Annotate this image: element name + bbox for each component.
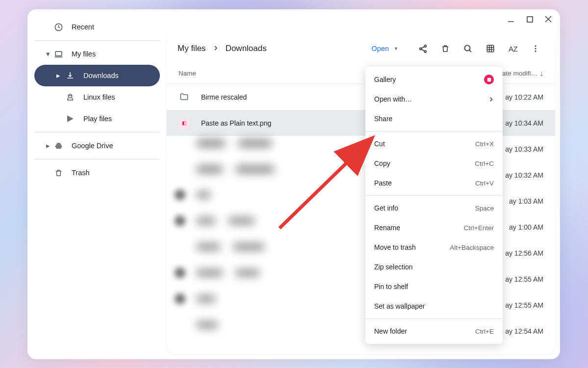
file-type-icon (179, 248, 189, 259)
sidebar-item-linux[interactable]: Linux files (34, 86, 160, 108)
sidebar-item-label: Recent (72, 23, 94, 31)
view-grid-button[interactable] (481, 39, 500, 58)
menu-gallery[interactable]: Gallery (365, 70, 503, 89)
chevron-down-icon: ▾ (44, 50, 52, 58)
svg-line-13 (421, 46, 424, 48)
menu-zip[interactable]: Zip selection (365, 257, 503, 277)
sidebar-item-myfiles[interactable]: ▾ My files (34, 43, 160, 65)
chevron-right-icon: ▸ (44, 142, 52, 150)
svg-rect-17 (487, 45, 494, 52)
sort-down-icon: ↓ (539, 69, 543, 78)
breadcrumb-root[interactable]: My files (178, 44, 206, 53)
svg-point-22 (535, 45, 537, 47)
svg-point-23 (535, 48, 537, 50)
sidebar-item-label: Trash (72, 169, 90, 177)
share-button[interactable] (413, 39, 433, 58)
more-button[interactable] (526, 39, 545, 58)
file-type-icon: ◧ (179, 118, 189, 129)
svg-point-15 (464, 45, 470, 51)
search-button[interactable] (458, 39, 478, 58)
sidebar-item-recent[interactable]: Recent (34, 16, 160, 38)
svg-point-7 (68, 94, 72, 98)
sidebar-item-label: Play files (83, 115, 112, 123)
trash-icon (53, 169, 64, 177)
svg-point-8 (69, 95, 70, 96)
sort-button[interactable]: AZ (503, 39, 523, 58)
sidebar-item-label: Downloads (83, 72, 119, 79)
menu-pin[interactable]: Pin to shelf (365, 277, 503, 296)
menu-open-with[interactable]: Open with… (365, 89, 503, 109)
sidebar-item-label: Google Drive (72, 142, 113, 150)
file-type-icon (179, 326, 189, 337)
laptop-icon (53, 50, 64, 59)
sidebar-item-trash[interactable]: Trash (34, 162, 160, 184)
chevron-right-icon (488, 97, 494, 102)
drive-icon (53, 142, 64, 150)
menu-trash[interactable]: Move to trash Alt+Backspace (365, 237, 503, 257)
dropdown-icon: ▼ (394, 46, 398, 51)
file-type-icon (179, 144, 189, 155)
menu-wallpaper[interactable]: Set as wallpaper (365, 296, 503, 316)
open-label: Open (372, 45, 389, 53)
clock-icon (53, 23, 64, 32)
menu-newfolder[interactable]: New folder Ctrl+E (365, 321, 503, 341)
menu-rename[interactable]: Rename Ctrl+Enter (365, 218, 503, 237)
breadcrumb-current: Downloads (226, 44, 267, 53)
open-button[interactable]: Open ▼ (372, 45, 398, 53)
close-button[interactable] (543, 14, 553, 24)
minimize-button[interactable] (506, 14, 516, 24)
sidebar-item-downloads[interactable]: ▸ Downloads (34, 65, 160, 86)
sidebar-item-drive[interactable]: ▸ Google Drive (34, 135, 160, 157)
menu-cut[interactable]: Cut Ctrl+X (365, 134, 503, 154)
file-type-icon (179, 170, 189, 181)
svg-rect-1 (527, 17, 533, 22)
file-type-icon (179, 92, 189, 103)
menu-getinfo[interactable]: Get info Space (365, 198, 503, 218)
delete-button[interactable] (435, 39, 455, 58)
chevron-right-icon (213, 44, 219, 53)
toolbar: My files Downloads Open ▼ (167, 34, 555, 63)
svg-line-16 (469, 50, 471, 52)
svg-rect-5 (55, 51, 62, 55)
download-icon (65, 71, 76, 80)
sidebar-item-play[interactable]: Play files (34, 108, 160, 130)
maximize-button[interactable] (525, 14, 535, 24)
sidebar-item-label: Linux files (83, 93, 115, 101)
window-controls (506, 14, 553, 24)
svg-point-24 (535, 51, 537, 52)
svg-line-14 (421, 49, 424, 51)
breadcrumb: My files Downloads (178, 44, 267, 53)
context-menu: Gallery Open with… Share Cut Ctrl+X Copy… (365, 67, 503, 344)
svg-point-9 (71, 95, 71, 96)
sidebar-item-label: My files (72, 50, 96, 58)
play-icon (65, 114, 76, 123)
chevron-right-icon: ▸ (53, 72, 64, 79)
gallery-icon (484, 75, 494, 84)
linux-icon (65, 93, 76, 102)
sidebar: Recent ▾ My files ▸ Downloads (27, 9, 167, 359)
menu-share[interactable]: Share (365, 109, 503, 129)
menu-copy[interactable]: Copy Ctrl+C (365, 154, 503, 173)
svg-rect-25 (487, 78, 490, 81)
menu-paste[interactable]: Paste Ctrl+V (365, 173, 503, 193)
